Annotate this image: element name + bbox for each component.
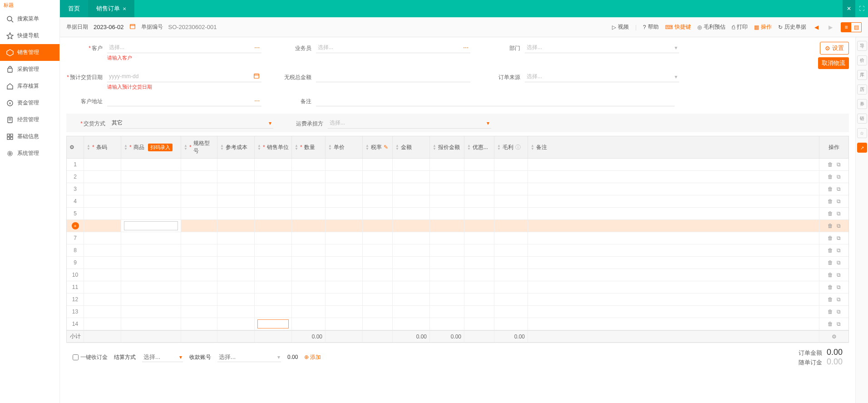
delete-row-icon[interactable]: 🗑 [828,247,833,254]
view-card-button[interactable]: ▤ [851,23,861,32]
copy-row-icon[interactable]: ⧉ [837,198,841,204]
table-row[interactable]: 12🗑⧉ [67,294,848,306]
ops-link[interactable]: ▦操作 [754,23,772,31]
view-list-button[interactable]: ≡ [841,23,851,32]
tab-home[interactable]: 首页 [60,0,88,17]
sidebar-item-base[interactable]: 基础信息 [0,128,59,145]
close-icon[interactable]: ✕ [123,6,126,11]
table-row[interactable]: 1🗑⧉ [67,159,848,171]
table-row[interactable]: 8🗑⧉ [67,244,848,257]
table-row[interactable]: 4🗑⧉ [67,195,848,208]
doc-date-value[interactable]: 2023-06-02 [94,24,124,30]
tab-sales-order[interactable]: 销售订单 ✕ [88,0,134,17]
col-barcode[interactable]: ▲▼*条码 [84,136,121,158]
calendar-icon[interactable] [253,73,260,80]
copy-row-icon[interactable]: ⧉ [837,308,841,315]
sidebar-item-quicknav[interactable]: 快捷导航 [0,27,59,44]
sidebar-item-system[interactable]: 系统管理 [0,145,59,162]
table-row[interactable]: 2🗑⧉ [67,171,848,183]
remark-input[interactable] [316,95,675,106]
col-remark[interactable]: ▲▼备注 [528,136,819,158]
delete-row-icon[interactable]: 🗑 [828,186,833,192]
copy-row-icon[interactable]: ⧉ [837,247,841,254]
table-row[interactable]: 10🗑⧉ [67,269,848,281]
rail-item-4[interactable]: 券 [857,99,867,109]
chevron-down-icon[interactable]: ▾ [269,120,271,126]
chevron-down-icon[interactable]: ▾ [675,45,677,51]
delete-row-icon[interactable]: 🗑 [828,174,833,180]
help-link[interactable]: ?帮助 [643,23,659,31]
history-link[interactable]: ↻历史单据 [778,23,806,31]
video-link[interactable]: ▷视频 [612,23,629,31]
col-product[interactable]: ▲▼*商品扫码录入 [121,136,181,158]
copy-row-icon[interactable]: ⧉ [837,284,841,290]
table-row[interactable]: 13🗑⧉ [67,306,848,318]
col-ref-cost[interactable]: ▲▼参考成本 [217,136,255,158]
unit-cell-input[interactable] [257,319,289,328]
col-price[interactable]: ▲▼单价 [326,136,363,158]
lookup-icon[interactable]: ⋯ [254,45,260,51]
sidebar-item-inventory[interactable]: 库存核算 [0,78,59,95]
col-discount[interactable]: ▲▼优惠... [464,136,494,158]
rail-item-3[interactable]: 历 [857,85,867,95]
copy-row-icon[interactable]: ⧉ [837,174,841,180]
prev-doc-button[interactable]: ◀ [813,24,820,30]
table-row[interactable]: 5🗑⧉ [67,208,848,220]
customer-address-input[interactable] [107,95,261,106]
delete-row-icon[interactable]: 🗑 [828,198,833,204]
expected-date-input[interactable] [107,71,261,82]
table-row[interactable]: 9🗑⧉ [67,257,848,269]
next-doc-button[interactable]: ▶ [827,24,834,30]
table-row[interactable]: 11🗑⧉ [67,281,848,294]
col-tax[interactable]: ▲▼税率✎ [363,136,393,158]
order-source-input[interactable] [525,71,679,82]
delete-row-icon[interactable]: 🗑 [828,235,833,241]
delete-row-icon[interactable]: 🗑 [828,321,833,327]
col-config[interactable]: ⚙ [67,136,84,158]
copy-row-icon[interactable]: ⧉ [837,321,841,327]
copy-row-icon[interactable]: ⧉ [837,161,841,168]
sidebar-item-search[interactable]: 搜索菜单 [0,10,59,27]
calendar-icon[interactable] [129,23,136,31]
delete-row-icon[interactable]: 🗑 [828,223,833,229]
delivery-method-input[interactable] [110,117,273,129]
copy-row-icon[interactable]: ⧉ [837,223,841,229]
rail-item-2[interactable]: 库 [857,70,867,80]
gross-est-link[interactable]: ◎毛利预估 [697,23,725,31]
freight-bearer-input[interactable] [328,117,491,129]
table-row[interactable]: 7🗑⧉ [67,232,848,244]
total-no-tax-input[interactable] [316,71,470,82]
delete-row-icon[interactable]: 🗑 [828,210,833,217]
scan-badge[interactable]: 扫码录入 [148,144,173,151]
copy-row-icon[interactable]: ⧉ [837,296,841,303]
expand-icon[interactable]: ⛶ [855,0,868,17]
customer-input[interactable] [107,42,261,53]
col-gross[interactable]: ▲▼毛利ⓘ [494,136,528,158]
table-row[interactable]: 14🗑⧉ [67,318,848,330]
add-row-button[interactable]: + [72,222,79,229]
copy-row-icon[interactable]: ⧉ [837,210,841,217]
delete-row-icon[interactable]: 🗑 [828,272,833,278]
copy-row-icon[interactable]: ⧉ [837,259,841,266]
settings-button[interactable]: ⚙设置 [820,42,849,55]
lookup-icon[interactable]: ⋯ [254,98,260,104]
delete-row-icon[interactable]: 🗑 [828,296,833,303]
delete-row-icon[interactable]: 🗑 [828,161,833,168]
col-spec[interactable]: ▲▼*规格型号 [181,136,217,158]
sidebar-item-purchase[interactable]: 采购管理 [0,61,59,78]
delete-row-icon[interactable]: 🗑 [828,308,833,315]
department-input[interactable] [525,42,679,53]
print-link[interactable]: ⎙打印 [732,23,748,31]
add-payment-button[interactable]: ⊕添加 [304,353,321,361]
copy-row-icon[interactable]: ⧉ [837,272,841,278]
rail-item-5[interactable]: 链 [857,114,867,124]
col-quote-amount[interactable]: ▲▼报价金额 [430,136,464,158]
shortcut-link[interactable]: ⌨快捷键 [665,23,691,31]
col-amount[interactable]: ▲▼金额 [393,136,430,158]
settle-method-select[interactable] [142,352,183,362]
chevron-down-icon[interactable]: ▾ [675,74,677,80]
col-qty[interactable]: ▲▼*数量 [292,136,326,158]
gear-icon[interactable]: ⚙ [832,333,837,340]
rail-item-6[interactable]: ☆ [857,128,867,138]
sidebar-item-funds[interactable]: ¥ 资金管理 [0,95,59,111]
